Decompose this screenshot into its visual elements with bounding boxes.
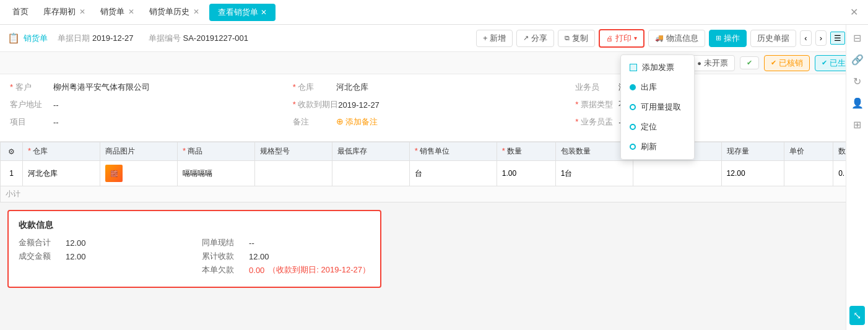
- tab-sales-close[interactable]: ✕: [128, 7, 134, 16]
- share-button[interactable]: ↗ 分享: [516, 30, 554, 47]
- col-image: 商品图片: [100, 142, 177, 161]
- row-unit: 台: [409, 161, 497, 186]
- print-label: 打印: [615, 33, 631, 44]
- refresh-icon: [630, 144, 636, 150]
- tab-bar: 首页 库存期初 ✕ 销货单 ✕ 销货单历史 ✕ 查看销货单 ✕ ✕: [0, 0, 868, 25]
- row-available: [633, 161, 721, 186]
- tab-view-sales-label: 查看销货单: [218, 7, 258, 18]
- settlement-label: 同单现结: [202, 237, 245, 248]
- row-min-stock: [332, 161, 409, 186]
- available-pickup-label: 可用量提取: [641, 102, 681, 113]
- sidebar-refresh-icon[interactable]: ↻: [851, 73, 864, 90]
- outbound-icon: [630, 84, 636, 90]
- locate-item[interactable]: 定位: [621, 117, 694, 137]
- form-row-3: 项目 -- 备注 ⊕ 添加备注 业务员盂 --: [10, 116, 858, 128]
- row-spec: [254, 161, 332, 186]
- payment-right: 同单现结 -- 累计收款 12.00 本单欠款 0.00 （收款到期日: 201…: [202, 237, 370, 278]
- tab-sales-history[interactable]: 销货单历史 ✕: [142, 0, 207, 25]
- sidebar-user-icon[interactable]: 👤: [849, 95, 866, 111]
- project-value: --: [53, 118, 59, 127]
- sidebar-link-icon[interactable]: 🔗: [849, 51, 866, 68]
- sidebar-expand-icon[interactable]: ⤡: [849, 306, 865, 325]
- salesperson2-field: 业务员盂 --: [575, 116, 858, 128]
- tab-sales-history-close[interactable]: ✕: [193, 7, 199, 16]
- print-button[interactable]: 🖨 打印 ▾: [599, 29, 644, 48]
- subtotal-row: 小计: [1, 186, 868, 202]
- window-close-button[interactable]: ✕: [845, 6, 863, 18]
- transaction-value: 12.00: [66, 252, 86, 261]
- tab-home-label: 首页: [12, 6, 28, 17]
- new-label: + 新增: [483, 33, 506, 44]
- sub-toolbar: 📱 来自手机 ● 未开票 ✔ ✔ 已核销 ✔ 已生效: [0, 52, 868, 74]
- copy-label: 复制: [572, 33, 588, 44]
- sidebar-table-icon[interactable]: ⊟: [851, 30, 864, 46]
- ticket-type-label: 票据类型: [575, 99, 618, 110]
- total-row: 金额合计 12.00: [19, 237, 187, 248]
- share-label: 分享: [531, 33, 547, 44]
- remark-field: 备注 ⊕ 添加备注: [293, 116, 576, 128]
- confirm-button[interactable]: ✔: [740, 56, 759, 69]
- refresh-item[interactable]: 刷新: [621, 137, 694, 157]
- doc-type-text: 销货单: [24, 33, 48, 44]
- available-pickup-item[interactable]: 可用量提取: [621, 97, 694, 117]
- tab-home[interactable]: 首页: [5, 0, 36, 25]
- col-quantity: * 数量: [497, 142, 555, 161]
- sidebar-grid-icon[interactable]: ⊞: [851, 116, 864, 133]
- ops-button[interactable]: ⊞ 操作: [709, 30, 747, 47]
- salesperson2-label: 业务员盂: [575, 116, 618, 128]
- history-label: 历史单据: [757, 33, 789, 44]
- history-button[interactable]: 历史单据: [750, 30, 796, 47]
- date-value: 2019-12-27: [92, 33, 134, 43]
- tab-view-sales[interactable]: 查看销货单 ✕: [209, 4, 276, 21]
- warehouse-label: 仓库: [293, 82, 336, 93]
- locate-label: 定位: [641, 121, 657, 132]
- print-dropdown-arrow[interactable]: ▾: [634, 35, 637, 41]
- balance-note: （收款到期日: 2019-12-27）: [268, 264, 370, 276]
- ops-label: 操作: [724, 33, 740, 44]
- outbound-item[interactable]: 出库: [621, 77, 694, 97]
- new-button[interactable]: + 新增: [476, 30, 513, 47]
- transaction-label: 成交金额: [19, 251, 62, 262]
- balance-value: 0.00: [249, 266, 264, 275]
- row-unit-price: [784, 161, 833, 186]
- cumulative-row: 累计收款 12.00: [202, 251, 370, 262]
- address-label: 客户地址: [10, 99, 53, 110]
- tab-inventory[interactable]: 库存期初 ✕: [36, 0, 93, 25]
- not-open-button[interactable]: ● 未开票: [690, 55, 735, 71]
- logistics-button[interactable]: 🚚 物流信息: [648, 30, 705, 47]
- total-label: 金额合计: [19, 237, 62, 248]
- settlement-value: --: [249, 238, 254, 248]
- col-settings[interactable]: ⚙: [1, 142, 23, 161]
- add-remark-button[interactable]: ⊕ 添加备注: [336, 116, 378, 128]
- prev-button[interactable]: ‹: [800, 30, 811, 46]
- add-invoice-item[interactable]: 添加发票: [621, 58, 694, 77]
- due-date-value: 2019-12-27: [338, 100, 380, 110]
- row-seq: 1: [1, 161, 23, 186]
- tab-view-sales-close[interactable]: ✕: [261, 8, 267, 17]
- toolbar-actions: + 新增 ↗ 分享 ⧉ 复制 🖨 打印 ▾ 🚚 物流信息 ⊞ 操作: [476, 29, 861, 48]
- payment-section: 收款信息 金额合计 12.00 成交金额 12.00 同单现结 --: [0, 202, 868, 295]
- settlement-row: 同单现结 --: [202, 237, 370, 248]
- customer-label: 客户: [10, 82, 53, 93]
- form-row-2: 客户地址 -- 收款到期日 2019-12-27 票据类型 不开票: [10, 99, 858, 110]
- tab-sales[interactable]: 销货单 ✕: [93, 0, 142, 25]
- next-button[interactable]: ›: [815, 30, 827, 46]
- copy-button[interactable]: ⧉ 复制: [558, 30, 595, 47]
- balance-label: 本单欠款: [202, 264, 245, 276]
- main-toolbar: 📋 销货单 单据日期 2019-12-27 单据编号 SA-20191227-0…: [0, 25, 868, 52]
- col-unit: * 销售单位: [409, 142, 497, 161]
- available-pickup-icon: [630, 104, 636, 110]
- table-row: 1 河北仓库 🧱 嗝嗝嗝嗝 台 1.00 1台 12.00 0.: [1, 161, 868, 186]
- right-sidebar: ⊟ 🔗 ↻ 👤 ⊞ ⤡: [846, 25, 868, 330]
- payment-box: 收款信息 金额合计 12.00 成交金额 12.00 同单现结 --: [7, 210, 381, 288]
- add-invoice-icon: [630, 64, 637, 71]
- col-warehouse: * 仓库: [23, 142, 100, 161]
- list-view-button[interactable]: ☰: [830, 32, 845, 45]
- due-date-field: 收款到期日 2019-12-27: [293, 99, 576, 110]
- number-value: SA-20191227-001: [183, 33, 249, 43]
- row-package-qty: 1台: [555, 161, 633, 186]
- add-invoice-label: 添加发票: [642, 62, 674, 73]
- tab-inventory-close[interactable]: ✕: [79, 7, 85, 16]
- balance-row: 本单欠款 0.00 （收款到期日: 2019-12-27）: [202, 264, 370, 276]
- project-label: 项目: [10, 116, 53, 128]
